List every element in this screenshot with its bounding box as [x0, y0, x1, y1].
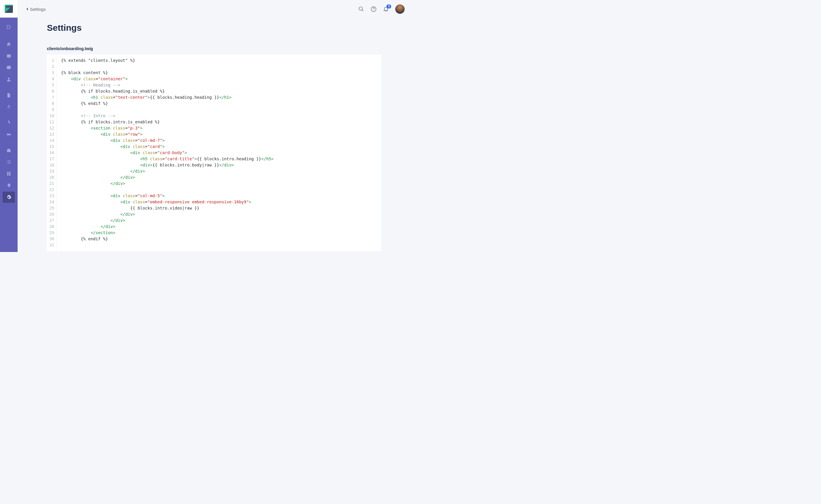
collapse-icon[interactable] — [3, 21, 15, 33]
toolbox-icon[interactable] — [3, 145, 15, 156]
handshake-icon[interactable] — [3, 129, 15, 140]
document-icon[interactable] — [3, 90, 15, 101]
main: Settings 3 Settings clients/onboarding.t… — [18, 0, 410, 252]
search-icon[interactable] — [358, 6, 364, 12]
chevron-left-icon — [26, 7, 28, 11]
user-icon[interactable] — [3, 74, 15, 85]
flow-icon[interactable] — [3, 117, 15, 128]
file-path: clients/onboarding.twig — [47, 46, 381, 51]
line-gutter: 1234567891011121314151617181920212223242… — [47, 55, 57, 251]
avatar[interactable] — [395, 4, 404, 14]
sidebar — [0, 0, 18, 252]
topbar: Settings 3 — [18, 0, 410, 18]
notification-badge: 3 — [386, 4, 391, 8]
plug-icon[interactable] — [3, 180, 15, 191]
svg-point-0 — [359, 7, 363, 11]
home-icon[interactable] — [3, 39, 15, 50]
help-icon[interactable] — [370, 6, 376, 12]
logo[interactable] — [0, 0, 18, 18]
inbox-icon[interactable] — [3, 50, 15, 62]
breadcrumb[interactable]: Settings — [26, 7, 46, 12]
grid-icon[interactable] — [3, 168, 15, 179]
code-editor[interactable]: 1234567891011121314151617181920212223242… — [47, 55, 381, 251]
page-title: Settings — [47, 23, 381, 33]
notifications-icon[interactable]: 3 — [383, 6, 389, 12]
refresh-icon[interactable] — [3, 101, 15, 113]
code-content[interactable]: {% extends "clients.layout" %} {% block … — [57, 55, 278, 251]
breadcrumb-label: Settings — [30, 7, 46, 12]
list-icon[interactable] — [3, 156, 15, 168]
settings-icon[interactable] — [3, 192, 15, 203]
chat-icon[interactable] — [3, 62, 15, 73]
